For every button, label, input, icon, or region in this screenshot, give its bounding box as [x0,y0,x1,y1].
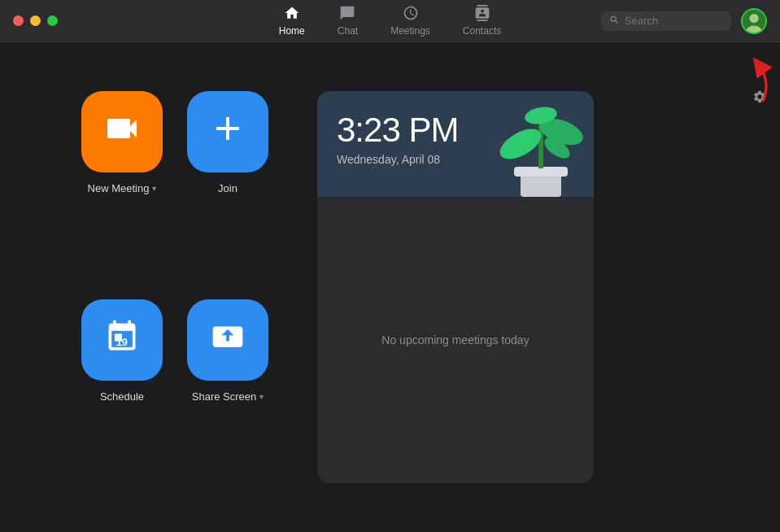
main-content: New Meeting ▾ Join [0,42,780,532]
nav-contacts-label: Contacts [463,25,501,37]
nav-contacts[interactable]: Contacts [463,5,501,37]
join-item: Join [187,91,268,275]
share-screen-chevron: ▾ [259,392,264,401]
plant-decoration [496,91,586,197]
close-button[interactable] [13,15,24,26]
title-bar: Home Chat Meetings [0,0,780,42]
no-meetings-text: No upcoming meetings today [381,334,529,347]
right-panel: 3:23 PM Wednesday, April 08 [317,91,594,483]
join-button[interactable] [187,91,268,172]
share-screen-button[interactable] [187,299,268,381]
new-meeting-label: New Meeting ▾ [88,182,157,194]
share-icon [210,319,246,362]
search-input[interactable] [625,15,723,27]
join-label: Join [218,182,237,194]
camera-icon [102,109,142,155]
new-meeting-button[interactable] [81,91,163,172]
new-meeting-item: New Meeting ▾ [81,91,163,275]
new-meeting-chevron: ▾ [152,184,156,193]
actions-grid: New Meeting ▾ Join [81,91,268,483]
plus-icon [208,109,247,155]
clock-section: 3:23 PM Wednesday, April 08 [317,91,594,197]
nav-meetings-label: Meetings [390,25,430,37]
nav-home-label: Home [279,25,305,37]
contacts-icon [474,5,490,24]
nav-home[interactable]: Home [279,5,305,37]
home-icon [284,5,300,24]
calendar-icon: 19 [104,319,140,362]
meetings-icon [403,5,419,24]
schedule-label: Schedule [100,390,144,403]
nav-meetings[interactable]: Meetings [390,5,430,37]
settings-button[interactable] [752,89,767,107]
traffic-lights [0,15,58,26]
schedule-button[interactable]: 19 [81,299,163,381]
meetings-section: No upcoming meetings today [317,197,594,483]
nav-chat[interactable]: Chat [338,5,358,37]
maximize-button[interactable] [47,15,58,26]
nav-chat-label: Chat [338,25,358,37]
avatar[interactable] [741,8,767,34]
minimize-button[interactable] [30,15,41,26]
svg-point-1 [749,13,758,22]
svg-text:19: 19 [116,336,128,348]
search-icon [609,15,620,28]
share-screen-item: Share Screen ▾ [187,299,268,483]
search-bar[interactable] [601,11,731,31]
schedule-item: 19 Schedule [81,299,163,483]
chat-icon [339,5,355,24]
share-screen-label: Share Screen ▾ [192,390,264,403]
